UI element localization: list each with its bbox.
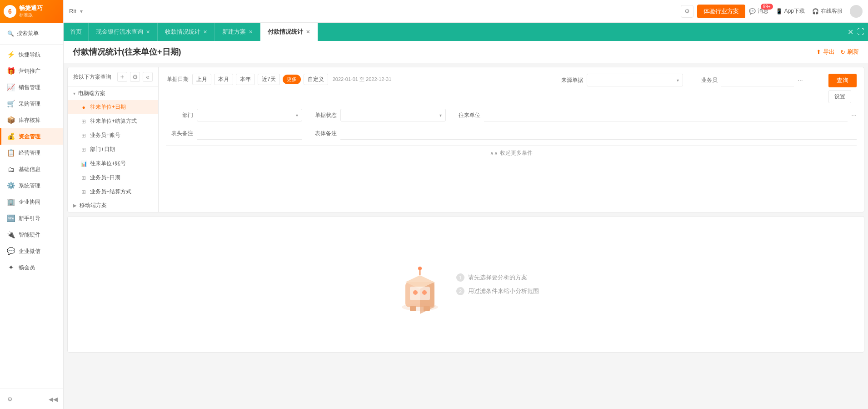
topbar-chevron-icon[interactable]: ▾ [80,8,83,15]
wechat-label: 企业微信 [19,247,40,255]
avatar[interactable] [850,5,863,18]
setting-btn[interactable]: 设置 [828,90,851,103]
sidebar-item-operation[interactable]: 📋 经营管理 [0,145,63,161]
scheme-label-2: 业务员+账号 [90,131,120,139]
tabbar: 首页 现金银行流水查询 ✕ 收款情况统计 ✕ 新建方案 ✕ 付款情况统计 ✕ ✕… [64,23,868,41]
date-this-year-btn[interactable]: 本年 [236,74,255,85]
content-area: 付款情况统计(往来单位+日期) ⬆ 导出 ↻ 刷新 按以下方案查询 ＋ [64,41,868,409]
filter-collapse-row: ∧∧ 收起更多条件 [166,145,857,161]
tab-bank[interactable]: 现金银行流水查询 ✕ [89,23,158,41]
sidebar-item-basic[interactable]: 🗂 基础信息 [0,161,63,177]
quicknav-label: 快捷导航 [19,51,40,59]
scheme-item-5[interactable]: ⊞ 业务员+日期 [68,171,158,185]
app-download-btn[interactable]: 📱 App下载 [776,7,805,15]
service-btn[interactable]: 🎧 在线客服 [812,7,843,15]
sidebar-item-guide[interactable]: 🆕 新手引导 [0,210,63,227]
date-this-month-btn[interactable]: 本月 [214,74,233,85]
tab-payment[interactable]: 付款情况统计 ✕ [260,23,318,41]
sidebar-item-system[interactable]: ⚙️ 系统管理 [0,177,63,194]
collapse-label: 收起更多条件 [500,149,533,157]
refresh-icon: ↻ [840,49,845,56]
maximize-icon[interactable]: ⛶ [857,28,864,36]
search-icon: 🔍 [7,30,14,37]
corp-icon: 🏢 [7,198,15,206]
query-btn[interactable]: 查询 [828,74,857,87]
status-select[interactable]: ▾ [340,109,446,121]
logo-icon: 6 [4,5,16,18]
brand-info: 畅捷通巧 标准版 [19,5,43,18]
filter-actions: 查询 设置 [828,74,857,103]
export-label: 导出 [823,48,835,56]
export-btn[interactable]: ⬆ 导出 [816,48,835,56]
scheme-item-0[interactable]: ● 往来单位+日期 [68,100,158,114]
mobile-section-header[interactable]: ▶ 移动端方案 [68,199,158,212]
collapse-filter-btn[interactable]: ∧∧ 收起更多条件 [490,149,533,157]
scheme-icon-2: ⊞ [80,132,87,139]
sidebar-item-purchase[interactable]: 🛒 采购管理 [0,96,63,112]
body-note-input[interactable] [340,127,857,140]
sidebar-item-quicknav[interactable]: ⚡ 快捷导航 [0,46,63,63]
member-label: 畅会员 [19,264,35,272]
date-more-btn[interactable]: 更多 [283,75,301,84]
sidebar-item-member[interactable]: ✦ 畅会员 [0,259,63,276]
message-btn[interactable]: 💬 消息 99+ [749,7,768,15]
add-scheme-btn[interactable]: ＋ [117,72,127,82]
scheme-actions: ＋ ⚙ « [117,72,153,82]
collapse-sidebar-btn[interactable]: ◀◀ [47,393,60,405]
tab-bank-close-icon[interactable]: ✕ [146,29,150,35]
export-icon: ⬆ [816,49,821,56]
date-7days-btn[interactable]: 近7天 [258,74,280,85]
tab-payment-close-icon[interactable]: ✕ [306,29,310,35]
sidebar-item-corp[interactable]: 🏢 企业协同 [0,194,63,210]
close-all-tabs-icon[interactable]: ✕ [848,28,853,36]
collapse-scheme-btn[interactable]: « [143,72,153,82]
sidebar-footer: ⚙ ◀◀ [0,389,63,409]
sidebar-item-marketing[interactable]: 🎁 营销推广 [0,63,63,79]
empty-area: 1 请先选择要分析的方案 2 用过滤条件来缩小分析范围 [67,216,864,353]
date-custom-btn[interactable]: 自定义 [304,74,328,85]
wechat-icon: 💬 [7,247,15,255]
empty-tips: 1 请先选择要分析的方案 2 用过滤条件来缩小分析范围 [456,273,539,295]
dept-select[interactable]: ▾ [197,109,302,121]
source-select[interactable]: ▾ [587,74,683,86]
date-last-month-btn[interactable]: 上月 [192,74,211,85]
date-group: 上月 本月 本年 近7天 更多 自定义 2022-01-01 至 2022-12… [192,74,549,85]
svg-rect-4 [410,287,430,300]
sidebar-item-wechat[interactable]: 💬 企业微信 [0,243,63,259]
sidebar-item-sales[interactable]: 📈 销售管理 [0,79,63,96]
salesman-input[interactable] [721,74,794,86]
tab-home[interactable]: 首页 [64,23,89,41]
sidebar-item-inventory[interactable]: 📦 库存核算 [0,112,63,128]
scheme-settings-btn[interactable]: ⚙ [130,72,140,82]
sidebar-item-finance[interactable]: 💰 资金管理 [0,128,63,145]
sidebar-item-hardware[interactable]: 🔌 智能硬件 [0,227,63,243]
tab-new-close-icon[interactable]: ✕ [249,29,253,35]
search-menu-item[interactable]: 🔍 搜索菜单 [4,26,60,40]
trial-btn[interactable]: 体验行业方案 [697,5,745,18]
header-note-input[interactable] [197,127,302,140]
partner-more-icon[interactable]: ··· [851,111,857,119]
partner-input[interactable] [484,109,848,121]
topbar-gear-btn[interactable]: ⚙ [681,5,693,18]
settings-footer-btn[interactable]: ⚙ [4,393,16,405]
scheme-item-6[interactable]: ⊞ 业务员+结算方式 [68,185,158,199]
tab-receipt[interactable]: 收款情况统计 ✕ [158,23,215,41]
scheme-item-4[interactable]: 📊 往来单位+账号 [68,157,158,171]
salesman-label: 业务员 [690,76,718,84]
salesman-more-icon[interactable]: ··· [798,76,803,84]
scheme-item-3[interactable]: ⊞ 部门+日期 [68,142,158,157]
refresh-btn[interactable]: ↻ 刷新 [840,48,859,56]
filter-row-3: 表头备注 表体备注 [166,127,857,140]
basic-icon: 🗂 [7,165,15,173]
partner-filter-item: 往来单位 ··· [453,109,857,121]
tab-new[interactable]: 新建方案 ✕ [215,23,260,41]
filter-row-2: 部门 ▾ 单据状态 ▾ 往来单位 [166,109,857,121]
scheme-label-6: 业务员+结算方式 [90,188,131,196]
main-content: Rit ▾ ⚙ 体验行业方案 💬 消息 99+ 📱 App下载 🎧 在线客服 [64,0,868,409]
scheme-icon-3: ⊞ [80,146,87,153]
desktop-section-header[interactable]: ▾ 电脑端方案 [68,87,158,100]
scheme-item-1[interactable]: ⊞ 往来单位+结算方式 [68,114,158,128]
scheme-item-2[interactable]: ⊞ 业务员+账号 [68,128,158,142]
finance-label: 资金管理 [19,133,40,141]
tab-receipt-close-icon[interactable]: ✕ [203,29,207,35]
